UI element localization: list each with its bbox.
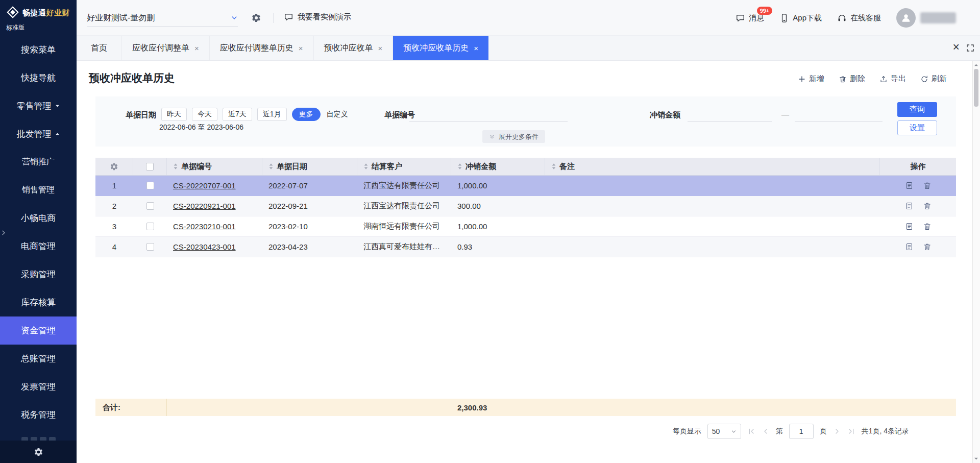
- sidebar-item-tax[interactable]: 税务管理: [0, 401, 77, 429]
- sidebar-collapse-handle[interactable]: [0, 226, 8, 240]
- tab-close-icon[interactable]: ×: [299, 44, 303, 52]
- app-download-button[interactable]: App下载: [779, 13, 822, 23]
- fullscreen-icon[interactable]: [966, 43, 975, 53]
- row-detail-icon[interactable]: [905, 202, 914, 210]
- close-all-tabs-icon[interactable]: ×: [953, 41, 960, 53]
- column-settings-button[interactable]: [95, 158, 133, 175]
- vertical-scrollbar[interactable]: [972, 61, 980, 463]
- tab-bar: 首页 应收应付调整单× 应收应付调整单历史× 预收冲应收单× 预收冲应收单历史×…: [77, 36, 980, 61]
- amount-max-input[interactable]: [795, 107, 883, 122]
- sidebar-item-xiaochang-ecommerce[interactable]: 小畅电商: [0, 204, 77, 232]
- scroll-up-icon[interactable]: [973, 62, 979, 68]
- sidebar-item-general-ledger[interactable]: 总账管理: [0, 345, 77, 373]
- prev-page-icon[interactable]: [762, 427, 770, 435]
- row-checkbox[interactable]: [146, 182, 154, 189]
- messages-badge: 99+: [757, 7, 773, 15]
- date-option-yesterday[interactable]: 昨天: [161, 108, 187, 121]
- row-detail-icon[interactable]: [905, 242, 914, 251]
- date-option-more[interactable]: 更多: [292, 108, 321, 121]
- doc-no-link[interactable]: CS-20220921-001: [173, 202, 236, 210]
- refresh-button[interactable]: 刷新: [920, 74, 947, 84]
- date-option-last7[interactable]: 近7天: [223, 108, 252, 121]
- messages-button[interactable]: 99+ 消息: [736, 13, 764, 23]
- column-header-date[interactable]: 单据日期: [262, 158, 357, 175]
- online-service-button[interactable]: 在线客服: [837, 13, 881, 23]
- page-prefix-label: 第: [776, 427, 783, 436]
- scrollbar-thumb[interactable]: [974, 69, 978, 107]
- sidebar-item-quick-nav[interactable]: 快捷导航: [0, 64, 77, 92]
- delete-button[interactable]: 删除: [839, 74, 865, 84]
- table-row[interactable]: 2 CS-20220921-001 2022-09-21 江西宝达有限责任公司 …: [95, 196, 956, 216]
- export-button[interactable]: 导出: [879, 74, 906, 84]
- row-checkbox[interactable]: [146, 202, 154, 210]
- doc-no-link[interactable]: CS-20220707-001: [173, 181, 236, 190]
- chevron-down-icon: [731, 429, 737, 434]
- last-page-icon[interactable]: [847, 427, 855, 435]
- select-all-checkbox[interactable]: [146, 163, 154, 170]
- doc-no-link[interactable]: CS-20230423-001: [173, 242, 236, 251]
- column-header-customer[interactable]: 结算客户: [357, 158, 451, 175]
- sidebar-item-sales[interactable]: 销售管理: [0, 176, 77, 204]
- column-header-amount[interactable]: 冲销金额: [451, 158, 545, 175]
- user-account-button[interactable]: [896, 8, 956, 28]
- org-selector-dropdown[interactable]: 好业财测试-量勿删: [87, 10, 238, 27]
- tab-adjust-doc-history[interactable]: 应收应付调整单历史×: [210, 36, 314, 60]
- row-delete-icon[interactable]: [923, 181, 932, 190]
- table-row[interactable]: 3 CS-20230210-001 2023-02-10 湖南恒远有限责任公司 …: [95, 216, 956, 237]
- tab-close-icon[interactable]: ×: [378, 44, 383, 52]
- sidebar-item-funds[interactable]: 资金管理: [0, 316, 77, 345]
- sort-icon: [363, 163, 369, 170]
- tab-close-icon[interactable]: ×: [194, 44, 199, 52]
- cell-customer: 江西真可爱布娃娃有…: [357, 237, 451, 257]
- next-page-icon[interactable]: [833, 427, 841, 435]
- sidebar-item-wholesale[interactable]: 批发管理: [0, 120, 77, 148]
- per-page-select[interactable]: 50: [707, 424, 741, 439]
- row-delete-icon[interactable]: [923, 222, 932, 231]
- tab-home[interactable]: 首页: [77, 36, 122, 60]
- date-option-custom[interactable]: 自定义: [326, 108, 349, 121]
- row-detail-icon[interactable]: [905, 222, 914, 231]
- sidebar-item-invoice[interactable]: 发票管理: [0, 373, 77, 401]
- cell-note: [545, 237, 880, 257]
- row-delete-icon[interactable]: [923, 202, 932, 210]
- add-button[interactable]: 新增: [798, 74, 824, 84]
- sidebar-item-marketing[interactable]: 营销推广: [0, 148, 77, 176]
- tab-adjust-doc[interactable]: 应收应付调整单×: [122, 36, 210, 60]
- demo-link[interactable]: 我要看实例演示: [284, 12, 351, 22]
- column-header-doc-no[interactable]: 单据编号: [167, 158, 262, 175]
- search-button[interactable]: 查询: [897, 102, 937, 117]
- amount-min-input[interactable]: [688, 107, 772, 122]
- sidebar-item-retail[interactable]: 零售管理: [0, 92, 77, 120]
- export-icon: [879, 75, 888, 83]
- sidebar-settings-bar[interactable]: [0, 441, 77, 463]
- page-number-input[interactable]: [789, 424, 814, 439]
- row-checkbox[interactable]: [146, 223, 154, 230]
- sidebar-item-search-menu[interactable]: 搜索菜单: [0, 36, 77, 64]
- row-delete-icon[interactable]: [923, 242, 932, 251]
- sidebar-item-inventory[interactable]: 库存核算: [0, 288, 77, 316]
- avatar: [896, 8, 916, 28]
- date-range-value[interactable]: 2022-06-06 至 2023-06-06: [159, 123, 243, 132]
- table-row[interactable]: 1 CS-20220707-001 2022-07-07 江西宝达有限责任公司 …: [95, 176, 956, 196]
- row-checkbox[interactable]: [146, 243, 154, 251]
- cell-note: [545, 196, 880, 216]
- date-option-today[interactable]: 今天: [192, 108, 217, 121]
- filter-settings-button[interactable]: 设置: [897, 120, 937, 135]
- tab-close-icon[interactable]: ×: [474, 44, 478, 52]
- date-option-last30[interactable]: 近1月: [257, 108, 287, 121]
- cell-date: 2023-04-23: [262, 237, 357, 257]
- doc-no-input[interactable]: [409, 107, 568, 122]
- first-page-icon[interactable]: [747, 427, 755, 435]
- topbar-settings-gear-icon[interactable]: [251, 13, 261, 23]
- column-header-note[interactable]: 备注: [545, 158, 880, 175]
- tab-precollect-writeoff-history[interactable]: 预收冲应收单历史×: [393, 36, 488, 60]
- cell-customer: 湖南恒远有限责任公司: [357, 216, 451, 236]
- row-detail-icon[interactable]: [905, 181, 914, 190]
- table-row[interactable]: 4 CS-20230423-001 2023-04-23 江西真可爱布娃娃有… …: [95, 237, 956, 257]
- scroll-down-icon[interactable]: [973, 456, 979, 461]
- sidebar-item-purchase[interactable]: 采购管理: [0, 260, 77, 288]
- sidebar-item-ecommerce[interactable]: 电商管理: [0, 232, 77, 260]
- tab-precollect-writeoff[interactable]: 预收冲应收单×: [314, 36, 394, 60]
- doc-no-link[interactable]: CS-20230210-001: [173, 222, 236, 231]
- expand-more-conditions-button[interactable]: 展开更多条件: [482, 130, 545, 143]
